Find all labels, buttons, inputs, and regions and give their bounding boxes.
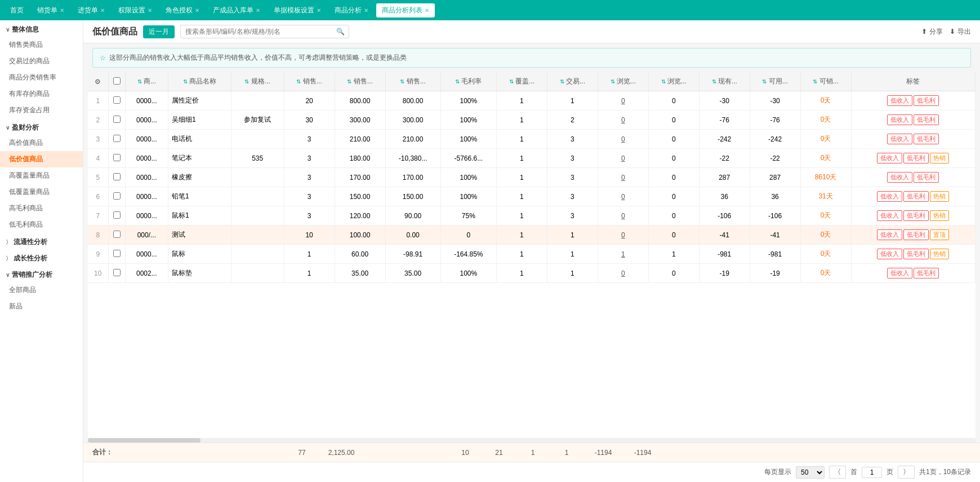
row-select-checkbox[interactable] bbox=[113, 231, 121, 238]
browse-link[interactable]: 0 bbox=[621, 135, 625, 143]
row-browse1[interactable]: 0 bbox=[598, 110, 648, 130]
row-select-checkbox[interactable] bbox=[113, 269, 121, 276]
row-browse1[interactable]: 1 bbox=[598, 245, 648, 264]
browse-link[interactable]: 0 bbox=[621, 193, 625, 201]
th-margin[interactable]: ⇅ 毛利率 bbox=[440, 72, 496, 91]
row-checkbox[interactable] bbox=[108, 149, 125, 168]
browse-link[interactable]: 1 bbox=[621, 250, 625, 258]
nav-role-auth[interactable]: 角色授权 ✕ bbox=[160, 3, 205, 17]
nav-template-settings[interactable]: 单据模板设置 ✕ bbox=[268, 3, 327, 17]
row-checkbox[interactable] bbox=[108, 130, 125, 149]
sidebar-item-category-sales-rate[interactable]: 商品分类销售率 bbox=[0, 69, 83, 86]
sidebar-item-stock-products[interactable]: 有库存的商品 bbox=[0, 86, 83, 102]
scrollbar-thumb[interactable] bbox=[88, 438, 201, 443]
select-all-checkbox[interactable] bbox=[113, 77, 121, 85]
browse-link[interactable]: 0 bbox=[621, 97, 625, 105]
th-available[interactable]: ⇅ 可用... bbox=[750, 72, 800, 91]
next-page-button[interactable]: 〉 bbox=[898, 466, 915, 479]
row-browse1[interactable]: 0 bbox=[598, 187, 648, 206]
sidebar-group-circulation[interactable]: 〉 流通性分析 bbox=[0, 233, 83, 249]
sidebar-item-high-coverage[interactable]: 高覆盖量商品 bbox=[0, 167, 83, 184]
share-button[interactable]: ⬆ 分享 bbox=[921, 27, 943, 37]
browse-link[interactable]: 0 bbox=[621, 174, 625, 182]
sidebar-item-high-value[interactable]: 高价值商品 bbox=[0, 135, 83, 151]
nav-close-purchase-order[interactable]: ✕ bbox=[100, 7, 105, 14]
page-size-select[interactable]: 50 100 200 bbox=[796, 466, 825, 479]
row-browse1[interactable]: 0 bbox=[598, 225, 648, 245]
row-checkbox[interactable] bbox=[108, 206, 125, 225]
sidebar-group-marketing[interactable]: ∨ 营销推广分析 bbox=[0, 266, 83, 282]
browse-link[interactable]: 0 bbox=[621, 212, 625, 220]
browse-link[interactable]: 0 bbox=[621, 231, 625, 239]
nav-permissions[interactable]: 权限设置 ✕ bbox=[113, 3, 158, 17]
th-browse2[interactable]: ⇅ 浏览... bbox=[648, 72, 699, 91]
nav-close-product-inbound[interactable]: ✕ bbox=[256, 7, 260, 14]
row-checkbox[interactable] bbox=[108, 91, 125, 110]
row-select-checkbox[interactable] bbox=[113, 96, 121, 104]
row-select-checkbox[interactable] bbox=[113, 192, 121, 200]
row-browse1[interactable]: 0 bbox=[598, 206, 648, 225]
sidebar-item-new-products[interactable]: 新品 bbox=[0, 298, 83, 315]
nav-product-inbound[interactable]: 产成品入库单 ✕ bbox=[207, 3, 266, 17]
nav-close-product-analysis[interactable]: ✕ bbox=[364, 7, 368, 14]
nav-product-analysis-list[interactable]: 商品分析列表 ✕ bbox=[376, 3, 435, 17]
row-checkbox[interactable] bbox=[108, 245, 125, 264]
sidebar-item-sales-products[interactable]: 销售类商品 bbox=[0, 37, 83, 53]
sidebar-group-profit[interactable]: ∨ 盈财分析 bbox=[0, 118, 83, 135]
row-browse1[interactable]: 0 bbox=[598, 168, 648, 187]
page-number-input[interactable] bbox=[862, 467, 882, 478]
sidebar-item-low-coverage[interactable]: 低覆盖量商品 bbox=[0, 184, 83, 200]
sidebar-item-low-value[interactable]: 低价值商品 bbox=[0, 151, 83, 167]
row-select-checkbox[interactable] bbox=[113, 250, 121, 257]
th-sales-amt[interactable]: ⇅ 销售... bbox=[335, 72, 385, 91]
browse-link[interactable]: 0 bbox=[621, 116, 625, 124]
th-browse1[interactable]: ⇅ 浏览... bbox=[598, 72, 648, 91]
row-checkbox[interactable] bbox=[108, 264, 125, 283]
row-browse1[interactable]: 0 bbox=[598, 91, 648, 110]
nav-close-role-auth[interactable]: ✕ bbox=[195, 7, 199, 14]
nav-home[interactable]: 首页 bbox=[5, 3, 29, 17]
nav-close-product-analysis-list[interactable]: ✕ bbox=[425, 7, 429, 14]
table-wrapper[interactable]: ⚙ ⇅ 商... ⇅ 商品名称 ⇅ 规格... ⇅ 销售... ⇅ 销售... … bbox=[88, 72, 975, 438]
nav-close-sales-order[interactable]: ✕ bbox=[60, 7, 64, 14]
sidebar-item-low-margin[interactable]: 低毛利商品 bbox=[0, 216, 83, 233]
nav-sales-order[interactable]: 销货单 ✕ bbox=[32, 3, 70, 17]
th-code[interactable]: ⇅ 商... bbox=[125, 72, 168, 91]
th-sales-qty[interactable]: ⇅ 销售... bbox=[284, 72, 335, 91]
row-select-checkbox[interactable] bbox=[113, 135, 121, 142]
nav-close-template-settings[interactable]: ✕ bbox=[317, 7, 321, 14]
first-page-button[interactable]: 〈 bbox=[829, 466, 846, 479]
th-checkbox[interactable] bbox=[108, 72, 125, 91]
th-sales-profit[interactable]: ⇅ 销售... bbox=[385, 72, 440, 91]
sidebar-item-all-products[interactable]: 全部商品 bbox=[0, 282, 83, 298]
th-sellable[interactable]: ⇅ 可销... bbox=[800, 72, 851, 91]
row-browse1[interactable]: 0 bbox=[598, 149, 648, 168]
nav-product-analysis[interactable]: 商品分析 ✕ bbox=[329, 3, 374, 17]
row-select-checkbox[interactable] bbox=[113, 173, 121, 180]
th-trade[interactable]: ⇅ 交易... bbox=[547, 72, 598, 91]
time-filter-button[interactable]: 近一月 bbox=[143, 25, 175, 38]
th-coverage[interactable]: ⇅ 覆盖... bbox=[496, 72, 547, 91]
th-name[interactable]: ⇅ 商品名称 bbox=[168, 72, 231, 91]
row-select-checkbox[interactable] bbox=[113, 211, 121, 219]
sidebar-item-traded-products[interactable]: 交易过的商品 bbox=[0, 53, 83, 69]
sidebar-group-growth[interactable]: 〉 成长性分析 bbox=[0, 249, 83, 266]
row-checkbox[interactable] bbox=[108, 168, 125, 187]
row-checkbox[interactable] bbox=[108, 187, 125, 206]
browse-link[interactable]: 0 bbox=[621, 269, 625, 277]
horizontal-scrollbar[interactable] bbox=[88, 438, 975, 443]
search-icon[interactable]: 🔍 bbox=[336, 28, 345, 36]
sidebar-item-stock-capital[interactable]: 库存资金占用 bbox=[0, 102, 83, 118]
sidebar-group-overall[interactable]: ∨ 整体信息 bbox=[0, 20, 83, 37]
sidebar-item-high-margin[interactable]: 高毛利商品 bbox=[0, 200, 83, 216]
row-browse1[interactable]: 0 bbox=[598, 130, 648, 149]
nav-close-permissions[interactable]: ✕ bbox=[148, 7, 152, 14]
export-button[interactable]: ⬇ 导出 bbox=[950, 27, 971, 37]
th-current-stock[interactable]: ⇅ 现有... bbox=[699, 72, 750, 91]
row-select-checkbox[interactable] bbox=[113, 154, 121, 161]
row-checkbox[interactable] bbox=[108, 225, 125, 245]
row-browse1[interactable]: 0 bbox=[598, 264, 648, 283]
row-select-checkbox[interactable] bbox=[113, 116, 121, 123]
browse-link[interactable]: 0 bbox=[621, 154, 625, 162]
nav-purchase-order[interactable]: 进货单 ✕ bbox=[72, 3, 110, 17]
